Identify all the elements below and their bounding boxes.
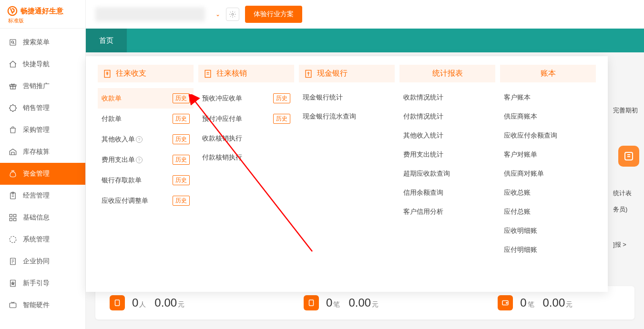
- nav-collab[interactable]: 企业协同: [0, 250, 85, 272]
- clipboard-icon: [9, 191, 17, 200]
- flyout-item-prepay-offset[interactable]: 预付冲应付单历史: [198, 109, 294, 129]
- money-bag-icon: [9, 169, 17, 178]
- nav-basic-info[interactable]: 基础信息: [0, 207, 85, 229]
- nav-quick-nav[interactable]: 快捷导航: [0, 53, 85, 75]
- doc-icon: [9, 257, 17, 266]
- flyout-item-payment-stats[interactable]: 付款情况统计: [399, 107, 495, 126]
- svg-rect-7: [10, 214, 12, 217]
- bank-icon: [304, 69, 313, 79]
- help-icon[interactable]: ?: [136, 136, 143, 143]
- stat-block-3: 0笔 0.00元: [498, 295, 572, 310]
- writeoff-icon: [203, 69, 213, 79]
- flyout-item-adjustment[interactable]: 应收应付调整单历史: [98, 190, 194, 211]
- right-edge-content: 完善期初 统计表 务员) ]报 >: [611, 88, 644, 253]
- search-icon: [9, 38, 17, 47]
- flyout-item-other-income-stats[interactable]: 其他收入统计: [399, 126, 495, 145]
- nav-guide[interactable]: 新手引导: [0, 272, 85, 294]
- svg-rect-9: [10, 219, 12, 221]
- warehouse-icon: [9, 148, 17, 156]
- history-badge[interactable]: 历史: [173, 134, 190, 144]
- grid-icon: [9, 213, 17, 222]
- flyout-item-other-income[interactable]: 其他收入单?历史: [98, 129, 194, 150]
- tabbar: 首页: [86, 29, 644, 52]
- nav-system[interactable]: 系统管理: [0, 229, 85, 250]
- flyout-item-prereceive-offset[interactable]: 预收冲应收单历史: [198, 88, 294, 109]
- history-badge[interactable]: 历史: [173, 155, 190, 165]
- company-dropdown-caret[interactable]: ⌄: [215, 11, 220, 18]
- nav-marketing[interactable]: 营销推广: [0, 75, 85, 97]
- flyout-item-supplier-statement[interactable]: 供应商对账单: [500, 164, 596, 183]
- flyout-item-receipt-writeoff-exec[interactable]: 收款核销执行: [198, 129, 294, 148]
- history-badge[interactable]: 历史: [173, 114, 190, 124]
- help-icon[interactable]: ?: [136, 157, 143, 163]
- flyout-header-writeoff: 往来核销: [198, 65, 294, 82]
- bag-icon: [9, 126, 17, 134]
- flyout-item-bank-transfer[interactable]: 银行存取款单历史: [98, 170, 194, 190]
- flyout-item-expense[interactable]: 费用支出单?历史: [98, 150, 194, 170]
- flyout-item-customer-credit[interactable]: 客户信用分析: [399, 202, 495, 221]
- stat-icon-person: [110, 295, 125, 310]
- flyout-item-ar-ap-balance[interactable]: 应收应付余额查询: [500, 126, 596, 145]
- receipt-icon: [102, 69, 112, 79]
- flyout-header-ledger: 账本: [500, 65, 596, 82]
- industry-plan-button[interactable]: 体验行业方案: [245, 6, 302, 23]
- nav-inventory[interactable]: 库存核算: [0, 141, 85, 163]
- flyout-item-cash-bank-flow[interactable]: 现金银行流水查询: [299, 107, 395, 126]
- cycle-icon: [9, 235, 17, 244]
- star-doc-icon: [9, 279, 17, 288]
- flyout-header-receipts: 往来收支: [98, 65, 194, 82]
- flyout-item-credit-balance[interactable]: 信用余额查询: [399, 183, 495, 202]
- svg-rect-21: [115, 300, 120, 306]
- history-badge[interactable]: 历史: [173, 175, 190, 185]
- history-badge[interactable]: 历史: [273, 114, 290, 124]
- flyout-item-overdue-query[interactable]: 超期应收款查询: [399, 164, 495, 183]
- flyout-item-ap-ledger[interactable]: 应付总账: [500, 202, 596, 221]
- flyout-col-writeoff: 往来核销 预收冲应收单历史 预付冲应付单历史 收款核销执行 付款核销执行: [198, 65, 294, 278]
- nav-sales[interactable]: 销售管理: [0, 97, 85, 119]
- svg-point-15: [232, 13, 234, 15]
- svg-rect-10: [14, 219, 16, 221]
- settings-button[interactable]: [226, 8, 239, 21]
- flyout-item-expense-stats[interactable]: 费用支出统计: [399, 145, 495, 164]
- finance-flyout: 往来收支 收款单历史 付款单历史 其他收入单?历史 费用支出单?历史 银行存取款…: [86, 56, 608, 292]
- history-badge[interactable]: 历史: [173, 93, 190, 103]
- svg-point-2: [11, 41, 14, 43]
- flyout-item-cash-bank-stats[interactable]: 现金银行统计: [299, 88, 395, 107]
- history-badge[interactable]: 历史: [273, 93, 290, 103]
- stat-icon-transaction: [304, 295, 319, 310]
- stat-block-2: 0笔 0.00元: [304, 295, 378, 310]
- svg-point-24: [506, 302, 507, 303]
- nav-purchase[interactable]: 采购管理: [0, 119, 85, 141]
- svg-point-11: [10, 236, 16, 243]
- svg-rect-1: [10, 40, 16, 45]
- flyout-item-ar-detail[interactable]: 应收明细账: [500, 221, 596, 240]
- floating-action-badge[interactable]: [618, 146, 639, 167]
- svg-rect-14: [10, 303, 16, 308]
- topbar: ⌄ 体验行业方案: [86, 0, 644, 29]
- badge-icon: [9, 104, 17, 112]
- flyout-item-payment[interactable]: 付款单历史: [98, 109, 194, 129]
- nav-business[interactable]: 经营管理: [0, 185, 85, 207]
- flyout-item-customer-statement[interactable]: 客户对账单: [500, 145, 596, 164]
- flyout-col-receipts: 往来收支 收款单历史 付款单历史 其他收入单?历史 费用支出单?历史 银行存取款…: [98, 65, 194, 278]
- flyout-header-cash-bank: 现金银行: [299, 65, 395, 82]
- flyout-item-customer-ledger[interactable]: 客户账本: [500, 88, 596, 107]
- svg-rect-17: [205, 70, 211, 77]
- gift-icon: [9, 82, 17, 90]
- nav-hardware[interactable]: 智能硬件: [0, 294, 85, 316]
- nav-search-menu[interactable]: 搜索菜单: [0, 31, 85, 53]
- tab-home[interactable]: 首页: [86, 29, 127, 52]
- company-name-redacted: [95, 7, 205, 21]
- flyout-item-supplier-ledger[interactable]: 供应商账本: [500, 107, 596, 126]
- flyout-col-ledger: 账本 客户账本 供应商账本 应收应付余额查询 客户对账单 供应商对账单 应收总账…: [500, 65, 596, 278]
- flyout-item-ar-ledger[interactable]: 应收总账: [500, 183, 596, 202]
- flyout-item-ap-detail[interactable]: 应付明细账: [500, 240, 596, 259]
- nav-finance[interactable]: 资金管理: [0, 163, 85, 185]
- flyout-item-receipt-stats[interactable]: 收款情况统计: [399, 88, 495, 107]
- stat-block-1: 0人 0.00元: [110, 295, 184, 310]
- history-badge[interactable]: 历史: [173, 196, 190, 206]
- stat-icon-wallet: [498, 295, 513, 310]
- flyout-item-receipt[interactable]: 收款单历史: [98, 88, 194, 109]
- nav-list: 搜索菜单 快捷导航 营销推广 销售管理 采购管理 库存核算 资金管理 经营管理 …: [0, 29, 85, 316]
- flyout-item-payment-writeoff-exec[interactable]: 付款核销执行: [198, 148, 294, 167]
